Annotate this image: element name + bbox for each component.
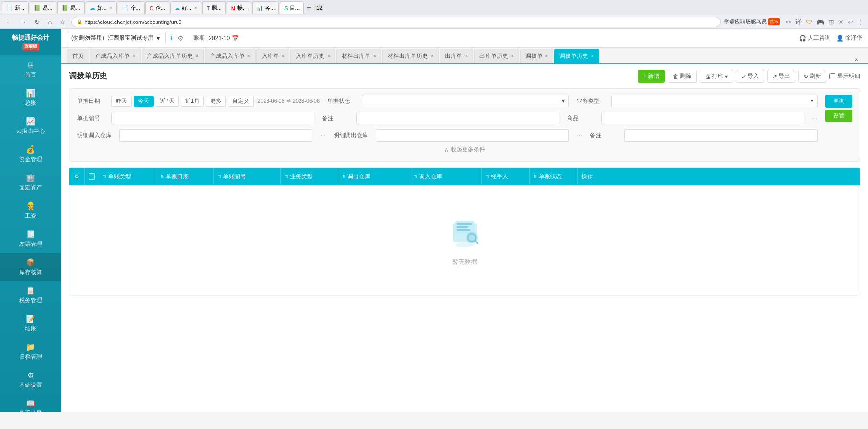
date-7days[interactable]: 近7天 [156,96,179,107]
close-all-tabs-button[interactable]: × [851,55,862,63]
th-handler[interactable]: ⇅ 经手人 [482,168,530,185]
sidebar-item-salary[interactable]: 👷 工资 [0,197,61,225]
new-button[interactable]: + 新增 [638,70,665,83]
sidebar-item-assets[interactable]: 🏢 固定资产 [0,168,61,197]
th-out-warehouse[interactable]: ⇅ 调出仓库 [338,168,410,185]
close-tab-product-in2[interactable]: × [247,54,250,59]
sidebar-item-settings[interactable]: ⚙ 基础设置 [0,366,61,394]
in-warehouse-input[interactable] [119,129,312,142]
display-checkbox[interactable] [829,73,835,79]
sun-icon[interactable]: ☀ [838,18,844,26]
translate-icon[interactable]: 译 [795,18,802,26]
th-checkbox[interactable] [85,168,99,185]
close-tab-product-in-history[interactable]: × [196,54,199,59]
tab-product-in-history[interactable]: 产成品入库单历史 × [142,49,204,63]
company-settings-icon[interactable]: ⚙ [178,34,184,42]
close-tab-7-icon[interactable]: × [194,5,197,11]
search-bar[interactable]: 学霸应聘场驱鸟员 热搜 [724,18,780,25]
browser-tab-6[interactable]: C 企... [145,1,169,14]
period-selector[interactable]: 2021-10 📅 [209,35,239,42]
sidebar-item-inventory[interactable]: 📦 库存核算 [0,253,61,281]
game-icon[interactable]: 🎮 [816,18,824,26]
import-button[interactable]: ↙ 导入 [736,70,764,83]
status-select[interactable]: ▾ [362,95,568,107]
tab-product-in2[interactable]: 产成品入库单 × [205,49,256,63]
forward-button[interactable]: → [18,17,29,27]
browser-tab-7[interactable]: ☁ 好... × [170,1,201,14]
address-text[interactable]: https://cloud.chanjet.com/accounting/uru… [84,19,181,25]
th-doc-number[interactable]: ⇅ 单账编号 [214,168,281,185]
date-today[interactable]: 今天 [134,96,154,107]
out-warehouse-more-icon[interactable]: ··· [577,132,582,139]
sidebar-item-archive[interactable]: 📁 归档管理 [0,338,61,366]
grid-icon[interactable]: ⊞ [828,18,834,26]
tab-outbound[interactable]: 出库单 × [440,49,473,63]
close-tab-outbound-history[interactable]: × [511,54,514,59]
close-tab-transfer[interactable]: × [545,54,548,59]
th-doc-date[interactable]: ⇅ 单账日期 [156,168,214,185]
refresh-button-action[interactable]: ↻ 刷新 [798,70,826,83]
date-custom[interactable]: 自定义 [228,96,254,107]
export-button[interactable]: ↗ 导出 [767,70,795,83]
filter-settings-button[interactable]: 设置 [825,110,852,122]
browser-tab-3[interactable]: 📗 易... [57,1,84,14]
tab-inbound-history[interactable]: 入库单历史 × [290,49,335,63]
note-input[interactable] [356,112,559,124]
th-settings[interactable]: ⚙ [69,168,85,185]
back-button[interactable]: ← [4,17,14,27]
header-checkbox[interactable] [89,173,95,180]
close-tab-transfer-history[interactable]: × [591,54,594,59]
date-1month[interactable]: 近1月 [181,96,204,107]
docnum-input[interactable] [111,112,314,124]
th-doc-type[interactable]: ⇅ 单账类型 [99,168,156,185]
browser-tab-8[interactable]: T 腾... [202,1,226,14]
out-warehouse-input[interactable] [376,129,569,142]
close-tab-material-out[interactable]: × [373,54,376,59]
refresh-button[interactable]: ↻ [33,17,42,27]
tab-outbound-history[interactable]: 出库单历史 × [474,49,519,63]
th-doc-status[interactable]: ⇅ 单账状态 [530,168,578,185]
type-select[interactable]: ▾ [611,95,818,107]
print-button[interactable]: 🖨 打印 ▾ [700,70,733,83]
browser-tab-10[interactable]: 📊 各... [252,1,279,14]
sidebar-item-funds[interactable]: 💰 资金管理 [0,140,61,168]
shield-icon[interactable]: 🛡 [806,18,812,26]
date-more[interactable]: 更多 [206,96,226,107]
home-button[interactable]: ⌂ [46,17,54,27]
date-yesterday[interactable]: 昨天 [111,96,132,107]
menu-icon[interactable]: ⋮ [857,18,864,26]
goods-more-icon[interactable]: ··· [812,114,818,122]
close-tab-icon[interactable]: × [110,5,112,11]
sidebar-item-guide[interactable]: 📖 新手引导 [0,394,61,412]
note2-input[interactable] [624,129,818,142]
close-tab-outbound[interactable]: × [465,54,468,59]
browser-tab-5[interactable]: 📄 个... [118,1,145,14]
tab-transfer[interactable]: 调拨单 × [520,49,554,63]
browser-tab-11[interactable]: S 目... [280,1,304,14]
collapse-filter-button[interactable]: ∧ 收起更多条件 [77,143,852,155]
goods-input[interactable] [601,112,804,124]
tab-material-out[interactable]: 材料出库单 × [336,49,381,63]
browser-tab-1[interactable]: 📄 新... [2,1,29,14]
tab-inbound[interactable]: 入库单 × [256,49,290,63]
th-biz-type[interactable]: ⇅ 业务类型 [281,168,338,185]
query-button[interactable]: 查询 [825,95,852,108]
in-warehouse-more-icon[interactable]: ··· [320,132,326,139]
close-tab-material-out-history[interactable]: × [431,54,434,59]
new-tab-button[interactable]: + [307,3,311,12]
browser-tab-2[interactable]: 📗 易... [30,1,56,14]
service-button[interactable]: 🎧 人工咨询 [799,34,831,42]
sidebar-item-reports[interactable]: 📈 云报表中心 [0,112,61,140]
browser-tab-4[interactable]: ☁ 好... × [86,1,117,14]
close-tab-product-in[interactable]: × [133,54,135,59]
sidebar-item-invoice[interactable]: 🧾 发票管理 [0,225,61,253]
sidebar-item-close[interactable]: 📝 结账 [0,309,61,338]
company-selector[interactable]: (勿删勿禁用）江西服宝测试专用 ▼ [67,32,166,44]
tab-transfer-history[interactable]: 调拨单历史 × [554,49,599,63]
sidebar-item-tax[interactable]: 📋 税务管理 [0,281,61,309]
tab-material-out-history[interactable]: 材料出库单历史 × [382,49,439,63]
browser-tab-9[interactable]: M 畅... [227,1,251,14]
sidebar-item-home[interactable]: ⊞ 首页 [0,55,61,84]
tab-home[interactable]: 首页 [67,49,89,63]
close-tab-inbound-history[interactable]: × [327,54,330,59]
